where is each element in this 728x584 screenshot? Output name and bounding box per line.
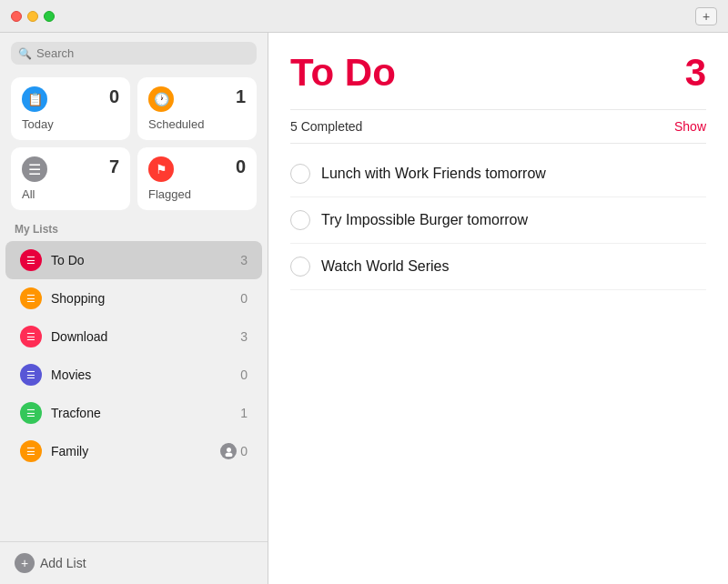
smart-lists-grid: 📋 Today 0 🕐 Scheduled 1 ☰ All 7 [0, 74, 268, 219]
search-input[interactable] [36, 46, 249, 60]
todo-text-3: Watch World Series [321, 258, 449, 275]
main-container: 🔍 📋 Today 0 🕐 Scheduled 1 ☰ [0, 33, 728, 584]
smart-list-today[interactable]: 📋 Today 0 [11, 77, 130, 140]
sidebar-item-movies[interactable]: ☰ Movies 0 [5, 356, 262, 394]
my-lists-header: My Lists [0, 219, 268, 241]
family-list-count: 0 [240, 444, 248, 458]
download-list-icon: ☰ [20, 326, 42, 347]
add-list-label: Add List [40, 556, 86, 570]
movies-list-count: 0 [240, 368, 248, 382]
flagged-label: Flagged [148, 187, 246, 201]
family-list-icons: 0 [220, 443, 248, 459]
svg-point-0 [227, 448, 231, 452]
all-label: All [22, 187, 119, 201]
add-list-icon: + [15, 553, 35, 573]
detail-pane: To Do 3 5 Completed Show Lunch with Work… [268, 33, 728, 584]
todo-item-2: Try Impossible Burger tomorrow [290, 197, 706, 244]
todo-checkbox-1[interactable] [290, 164, 310, 184]
search-icon: 🔍 [18, 47, 32, 60]
sidebar: 🔍 📋 Today 0 🕐 Scheduled 1 ☰ [0, 33, 268, 584]
sidebar-item-shopping[interactable]: ☰ Shopping 0 [5, 279, 262, 317]
add-list-footer[interactable]: + Add List [0, 541, 268, 584]
list-bullet-icon: ☰ [26, 294, 35, 304]
completed-text: 5 Completed [290, 119, 362, 134]
detail-header: To Do 3 [290, 51, 706, 95]
shopping-list-count: 0 [240, 291, 248, 306]
download-list-label: Download [51, 329, 231, 344]
all-count: 7 [109, 156, 119, 177]
todo-list-count: 3 [240, 253, 248, 267]
list-bullet-icon: ☰ [26, 332, 35, 342]
family-list-label: Family [51, 444, 211, 458]
flagged-count: 0 [236, 156, 246, 177]
svg-point-1 [225, 452, 232, 457]
shopping-list-label: Shopping [51, 291, 231, 306]
today-icon: 📋 [22, 86, 47, 112]
tracfone-list-count: 1 [240, 406, 248, 420]
tracfone-list-label: Tracfone [51, 406, 231, 420]
tracfone-list-icon: ☰ [20, 402, 42, 424]
todo-checkbox-2[interactable] [290, 210, 310, 230]
list-bullet-icon: ☰ [26, 408, 35, 418]
todo-item-1: Lunch with Work Friends tomorrow [290, 151, 706, 197]
traffic-lights [11, 11, 55, 22]
todo-item-3: Watch World Series [290, 244, 706, 290]
todo-list-label: To Do [51, 253, 231, 267]
sidebar-item-download[interactable]: ☰ Download 3 [5, 317, 262, 356]
smart-list-flagged[interactable]: ⚑ Flagged 0 [137, 147, 257, 210]
detail-title: To Do [290, 51, 396, 95]
list-bullet-icon: ☰ [26, 370, 35, 380]
search-bar[interactable]: 🔍 [11, 42, 257, 65]
scheduled-label: Scheduled [148, 117, 246, 131]
family-list-icon: ☰ [20, 440, 42, 462]
detail-count: 3 [685, 51, 706, 95]
close-button[interactable] [11, 11, 22, 22]
movies-list-icon: ☰ [20, 364, 42, 386]
todo-checkbox-3[interactable] [290, 257, 310, 277]
smart-list-scheduled[interactable]: 🕐 Scheduled 1 [137, 77, 257, 140]
list-bullet-icon: ☰ [26, 447, 35, 457]
all-icon: ☰ [22, 156, 47, 182]
sidebar-item-family[interactable]: ☰ Family 0 [5, 432, 262, 470]
todo-list-icon: ☰ [20, 249, 42, 271]
scheduled-count: 1 [236, 86, 246, 107]
smart-list-all[interactable]: ☰ All 7 [11, 147, 130, 210]
todo-text-1: Lunch with Work Friends tomorrow [321, 166, 546, 182]
sidebar-item-tracfone[interactable]: ☰ Tracfone 1 [5, 394, 262, 432]
today-count: 0 [109, 86, 119, 107]
today-label: Today [22, 117, 119, 131]
completed-bar: 5 Completed Show [290, 109, 706, 144]
todo-text-2: Try Impossible Burger tomorrow [321, 212, 528, 228]
title-bar: + [0, 0, 728, 33]
list-bullet-icon: ☰ [26, 256, 35, 266]
download-list-count: 3 [240, 329, 248, 344]
minimize-button[interactable] [27, 11, 38, 22]
shopping-list-icon: ☰ [20, 287, 42, 309]
sidebar-item-todo[interactable]: ☰ To Do 3 [5, 241, 262, 279]
maximize-button[interactable] [44, 11, 55, 22]
flagged-icon: ⚑ [148, 156, 174, 182]
movies-list-label: Movies [51, 368, 231, 382]
show-completed-button[interactable]: Show [674, 119, 706, 134]
scheduled-icon: 🕐 [148, 86, 174, 112]
shared-person-icon [220, 443, 237, 459]
new-reminder-button[interactable]: + [695, 7, 717, 25]
